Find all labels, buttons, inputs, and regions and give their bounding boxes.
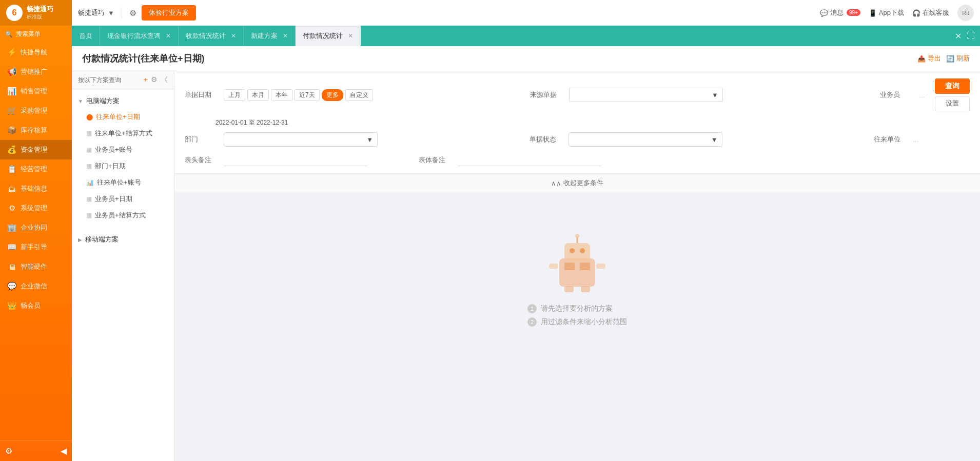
header-note-input[interactable]: [224, 154, 367, 166]
partner-label: 往来单位: [874, 135, 903, 144]
scheme-item-partner-date[interactable]: ⬤ 往来单位+日期: [72, 109, 174, 125]
notifications-btn[interactable]: 💬 消息 99+: [820, 8, 860, 17]
tab-close-all-icon[interactable]: ✕: [955, 31, 962, 41]
scheme-item-salesperson-date[interactable]: ▦ 业务员+日期: [72, 191, 174, 207]
query-btn[interactable]: 查询: [935, 78, 970, 94]
company-dropdown-icon: ▼: [108, 9, 114, 17]
user-avatar[interactable]: Rit: [957, 5, 974, 21]
date-btn-custom[interactable]: 自定义: [345, 89, 373, 101]
filter-settings-btn[interactable]: 设置: [935, 96, 970, 111]
search-menu[interactable]: 🔍 搜索菜单: [0, 26, 72, 43]
body-note-input[interactable]: [458, 154, 601, 166]
export-icon: 📤: [917, 55, 926, 63]
sidebar-item-guide[interactable]: 📖 新手引导: [0, 237, 72, 257]
filter-area: 单据日期 上月 本月 本年 近7天 更多 自定义 来源单据 ▼: [174, 71, 980, 174]
sidebar-item-operation[interactable]: 📋 经营管理: [0, 159, 72, 179]
left-panel: 按以下方案查询 + ⚙ 《 ▼ 电脑端方案 ⬤ 往来单位+日期 ▦: [72, 71, 174, 461]
online-support-btn[interactable]: 🎧 在线客服: [912, 8, 949, 17]
tab-bank-flow[interactable]: 现金银行流水查询 ✕: [100, 26, 179, 46]
tab-new-plan[interactable]: 新建方案 ✕: [244, 26, 296, 46]
date-btn-this-month[interactable]: 本月: [247, 89, 269, 101]
scheme-collapse-btn[interactable]: 《: [161, 75, 168, 85]
scheme-table-icon-2: ▦: [86, 146, 92, 153]
collapse-more-btn[interactable]: ∧∧ 收起更多条件: [551, 178, 603, 188]
tab-expand-icon[interactable]: ⛶: [967, 31, 975, 41]
sidebar-item-hardware[interactable]: 🖥 智能硬件: [0, 257, 72, 276]
dept-select[interactable]: ▼: [224, 132, 378, 147]
content-layout: 按以下方案查询 + ⚙ 《 ▼ 电脑端方案 ⬤ 往来单位+日期 ▦: [72, 71, 980, 461]
tabbar: 首页 现金银行流水查询 ✕ 收款情况统计 ✕ 新建方案 ✕ 付款情况统计 ✕ ✕…: [72, 26, 980, 46]
page-actions: 📤 导出 🔄 刷新: [917, 54, 970, 63]
body-note-label: 表体备注: [419, 155, 447, 165]
tab-close-new-plan[interactable]: ✕: [283, 32, 288, 39]
tab-close-bank-flow[interactable]: ✕: [166, 32, 171, 39]
scheme-item-salesperson-payment[interactable]: ▦ 业务员+结算方式: [72, 207, 174, 224]
partner-input[interactable]: ...: [913, 136, 918, 144]
sidebar-item-member[interactable]: 👑 畅会员: [0, 296, 72, 315]
tab-payment-stats[interactable]: 付款情况统计 ✕: [296, 26, 361, 46]
sidebar-settings-icon[interactable]: ⚙: [5, 446, 12, 456]
export-btn[interactable]: 📤 导出: [917, 54, 941, 63]
sidebar-item-quick-nav[interactable]: ⚡ 快捷导航: [0, 43, 72, 62]
app-name: 畅捷通巧: [27, 5, 53, 13]
sidebar-item-system[interactable]: ⚙ 系统管理: [0, 198, 72, 218]
date-btn-more[interactable]: 更多: [322, 89, 343, 101]
sidebar-item-inventory[interactable]: 📦 库存核算: [0, 121, 72, 140]
scheme-table-icon-1: ▦: [86, 130, 92, 137]
sidebar-item-basic[interactable]: 🗂 基础信息: [0, 179, 72, 198]
sidebar-item-marketing[interactable]: 📢 营销推广: [0, 62, 72, 82]
robot-illustration: [546, 233, 608, 296]
tab-close-payment-stats[interactable]: ✕: [348, 32, 353, 39]
scheme-table-icon-5: ▦: [86, 212, 92, 219]
desktop-scheme-group-header[interactable]: ▼ 电脑端方案: [72, 93, 174, 109]
scheme-item-salesperson-account[interactable]: ▦ 业务员+账号: [72, 142, 174, 158]
date-btn-last-7days[interactable]: 近7天: [295, 89, 320, 101]
doc-status-select[interactable]: ▼: [569, 132, 722, 147]
scheme-item-partner-account[interactable]: 📊 往来单位+账号: [72, 174, 174, 191]
filter-row-3: 表头备注 表体备注: [185, 154, 970, 166]
tab-receipt-stats[interactable]: 收款情况统计 ✕: [179, 26, 244, 46]
svg-rect-2: [580, 263, 590, 270]
svg-rect-3: [564, 243, 590, 261]
sidebar-collapse-icon[interactable]: ◀: [61, 446, 67, 456]
date-btn-this-year[interactable]: 本年: [271, 89, 292, 101]
topbar-settings-icon[interactable]: ⚙: [129, 8, 136, 18]
source-select[interactable]: ▼: [569, 88, 723, 102]
scheme-item-partner-payment[interactable]: ▦ 往来单位+结算方式: [72, 125, 174, 142]
scheme-settings-btn[interactable]: ⚙: [151, 75, 158, 85]
sidebar-item-capital[interactable]: 💰 资金管理: [0, 140, 72, 159]
source-label: 来源单据: [530, 90, 559, 99]
salesperson-input[interactable]: ...: [919, 91, 925, 99]
filter-row-1: 单据日期 上月 本月 本年 近7天 更多 自定义 来源单据 ▼: [185, 78, 970, 111]
filter-row-2: 部门 ▼ 单据状态 ▼ 往来单位 ...: [185, 132, 970, 147]
tab-home[interactable]: 首页: [72, 26, 100, 46]
scheme-panel-title: 按以下方案查询: [78, 76, 121, 85]
dept-label: 部门: [185, 135, 213, 144]
company-selector[interactable]: 畅捷通巧 ▼: [78, 8, 114, 17]
sidebar-item-purchase[interactable]: 🛒 采购管理: [0, 101, 72, 121]
hardware-icon: 🖥: [7, 262, 16, 271]
doc-status-dropdown-icon: ▼: [711, 136, 718, 144]
add-scheme-btn[interactable]: +: [144, 75, 148, 85]
main-content: 付款情况统计(往来单位+日期) 📤 导出 🔄 刷新 按以下方案查询 + ⚙ 《: [72, 46, 980, 461]
refresh-btn[interactable]: 🔄 刷新: [946, 54, 970, 63]
scheme-item-dept-date[interactable]: ▦ 部门+日期: [72, 158, 174, 174]
company-name: 畅捷通巧: [78, 8, 105, 17]
member-icon: 👑: [7, 301, 16, 310]
sales-icon: 📊: [7, 87, 16, 96]
date-options: 上月 本月 本年 近7天 更多 自定义: [224, 89, 373, 101]
marketing-icon: 📢: [7, 67, 16, 76]
app-download-btn[interactable]: 📱 App下载: [869, 8, 904, 17]
tab-close-receipt-stats[interactable]: ✕: [231, 32, 236, 39]
empty-tip-2: 2 用过滤条件来缩小分析范围: [527, 317, 627, 327]
notification-icon: 💬: [820, 9, 828, 17]
trial-btn[interactable]: 体验行业方案: [142, 5, 196, 21]
sidebar-item-sales[interactable]: 📊 销售管理: [0, 82, 72, 101]
guide-icon: 📖: [7, 243, 16, 252]
sidebar-item-weixin[interactable]: 💬 企业微信: [0, 276, 72, 296]
empty-state: 1 请先选择要分析的方案 2 用过滤条件来缩小分析范围: [174, 192, 980, 368]
mobile-scheme-group-header[interactable]: ▶ 移动端方案: [72, 232, 174, 247]
sidebar-item-enterprise[interactable]: 🏢 企业协同: [0, 218, 72, 237]
capital-icon: 💰: [7, 145, 16, 154]
date-btn-last-month[interactable]: 上月: [224, 89, 245, 101]
